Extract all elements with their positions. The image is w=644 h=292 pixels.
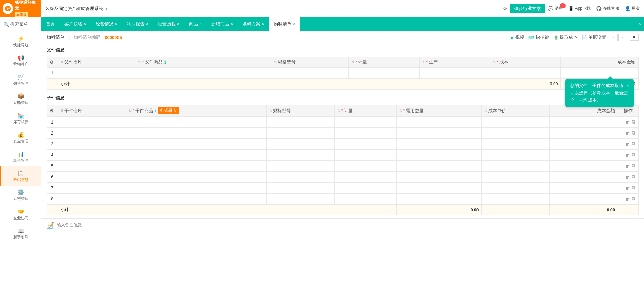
delete-row-button[interactable]: 🗑 — [625, 141, 630, 147]
sidebar-item-inventory[interactable]: 🏪 库存核算 — [0, 109, 41, 128]
tab-close-history[interactable]: × — [177, 22, 179, 26]
tab-profit[interactable]: 利润报告 × — [122, 17, 153, 31]
tab-close-new-goods[interactable]: × — [231, 22, 233, 26]
sidebar-item-operations[interactable]: 📊 经营管理 — [0, 147, 41, 166]
user-menu[interactable]: 👤 用友 — [625, 5, 640, 11]
child-qty-cell[interactable] — [396, 194, 481, 205]
nav-next-btn[interactable]: › — [618, 34, 626, 41]
delete-row-button[interactable]: 🗑 — [625, 174, 630, 180]
video-action[interactable]: ▶ 视频 — [511, 34, 524, 40]
copy-row-button[interactable]: ⧉ — [632, 119, 635, 125]
child-goods-cell[interactable] — [126, 117, 266, 128]
delete-row-button[interactable]: 🗑 — [625, 130, 630, 136]
parent-warehouse-cell[interactable] — [58, 68, 135, 79]
tab-history[interactable]: 经营历程 × — [153, 17, 184, 31]
child-unit-cost-cell[interactable] — [482, 117, 550, 128]
copy-row-button[interactable]: ⧉ — [632, 163, 635, 169]
child-spec-cell[interactable] — [266, 161, 334, 172]
settings-icon[interactable]: ⚙ — [503, 5, 507, 12]
sidebar-item-system[interactable]: ⚙️ 系统管理 — [0, 186, 41, 205]
child-warehouse-cell[interactable] — [58, 150, 126, 161]
child-qty-cell[interactable] — [396, 139, 481, 150]
child-unit-cost-cell[interactable] — [482, 183, 550, 194]
child-unit-cell[interactable] — [334, 139, 396, 150]
child-unit-cost-cell[interactable] — [482, 172, 550, 183]
sidebar-item-sales[interactable]: 🛒 销售管理 — [0, 70, 41, 90]
delete-row-button[interactable]: 🗑 — [625, 196, 630, 202]
copy-row-button[interactable]: ⧉ — [632, 196, 635, 202]
child-unit-cell[interactable] — [334, 150, 396, 161]
sidebar-item-basic-info[interactable]: 📋 基础信息 — [0, 166, 41, 186]
cost-action[interactable]: 💲 提取成本 — [553, 34, 578, 40]
parent-goods-cell[interactable] — [135, 68, 271, 79]
copy-row-button[interactable]: ⧉ — [632, 130, 635, 136]
tab-close-profit[interactable]: × — [146, 22, 148, 26]
child-goods-cell[interactable] — [126, 150, 266, 161]
child-unit-cost-cell[interactable] — [482, 150, 550, 161]
copy-row-button[interactable]: ⧉ — [632, 174, 635, 180]
shortcut-action[interactable]: ⌨ 快捷键 — [528, 34, 549, 40]
tab-close-barcode[interactable]: × — [262, 22, 264, 26]
tab-close-operations[interactable]: × — [115, 22, 117, 26]
child-qty-cell[interactable] — [396, 172, 481, 183]
sidebar-search-area[interactable]: 🔍 搜索菜单 — [0, 17, 41, 32]
child-qty-cell[interactable] — [396, 117, 481, 128]
child-spec-cell[interactable] — [266, 139, 334, 150]
child-warehouse-cell[interactable] — [58, 117, 126, 128]
copy-row-button[interactable]: ⧉ — [632, 152, 635, 158]
child-spec-cell[interactable] — [266, 128, 334, 139]
child-warehouse-cell[interactable] — [58, 194, 126, 205]
sidebar-item-enterprise[interactable]: 🤝 企业协同 — [0, 205, 41, 224]
child-unit-cost-cell[interactable] — [482, 161, 550, 172]
sidebar-item-purchase[interactable]: 📦 采购管理 — [0, 90, 41, 109]
remark-input[interactable] — [57, 223, 639, 227]
delete-row-button[interactable]: 🗑 — [625, 119, 630, 125]
child-warehouse-cell[interactable] — [58, 128, 126, 139]
trial-button[interactable]: 体验行业方案 — [510, 4, 545, 13]
child-spec-cell[interactable] — [266, 117, 334, 128]
copy-row-button[interactable]: ⧉ — [632, 185, 635, 191]
child-unit-cell[interactable] — [334, 161, 396, 172]
doc-settings-action[interactable]: 📄 单据设置 — [582, 34, 606, 40]
child-warehouse-cell[interactable] — [58, 139, 126, 150]
child-unit-cost-cell[interactable] — [482, 194, 550, 205]
child-unit-cell[interactable] — [334, 172, 396, 183]
parent-produce-cell[interactable] — [419, 68, 490, 79]
parent-unit-cell[interactable] — [349, 68, 419, 79]
tooltip-close-button[interactable]: × — [626, 82, 629, 90]
tab-home[interactable]: 首页 — [41, 17, 60, 31]
child-warehouse-cell[interactable] — [58, 161, 126, 172]
child-qty-cell[interactable] — [396, 128, 481, 139]
child-spec-cell[interactable] — [266, 150, 334, 161]
tab-close-goods[interactable]: × — [199, 22, 202, 26]
child-goods-cell[interactable] — [126, 128, 266, 139]
child-settings-gear-icon[interactable]: ⚙ — [50, 108, 54, 113]
nav-prev-btn[interactable]: ‹ — [610, 34, 618, 41]
delete-row-button[interactable]: 🗑 — [625, 185, 630, 191]
child-goods-cell[interactable] — [126, 139, 266, 150]
child-unit-cell[interactable] — [334, 183, 396, 194]
sidebar-item-marketing[interactable]: 📢 营销推广 — [0, 51, 41, 70]
child-goods-cell[interactable] — [126, 172, 266, 183]
tab-close-bom[interactable]: × — [293, 22, 295, 26]
child-warehouse-cell[interactable] — [58, 172, 126, 183]
search-menu-button[interactable]: 🔍 搜索菜单 — [2, 20, 39, 29]
message-button[interactable]: 💬 消息 6 — [548, 5, 563, 11]
tab-close-customer[interactable]: × — [84, 22, 86, 26]
child-spec-cell[interactable] — [266, 183, 334, 194]
app-download-button[interactable]: 📱 App下载 — [568, 5, 591, 11]
child-goods-cell[interactable] — [126, 161, 266, 172]
sidebar-item-quick-nav[interactable]: ⚡ 快捷导航 — [0, 32, 41, 51]
child-spec-cell[interactable] — [266, 194, 334, 205]
delete-row-button[interactable]: 🗑 — [625, 152, 630, 158]
parent-cost-cell[interactable] — [490, 68, 561, 79]
system-title-dropdown[interactable]: 装备及固定资产辅助管理系统 ▼ — [45, 5, 500, 12]
child-unit-cost-cell[interactable] — [482, 128, 550, 139]
child-unit-cell[interactable] — [334, 117, 396, 128]
tab-goods[interactable]: 商品 × — [184, 17, 207, 31]
child-goods-cell[interactable] — [126, 194, 266, 205]
tab-new-goods[interactable]: 新增商品 × — [207, 17, 238, 31]
scan-button[interactable]: 扫码录入 — [158, 107, 179, 114]
sidebar-item-finance[interactable]: 💰 资金管理 — [0, 128, 41, 147]
tab-bom[interactable]: 物料清单 × — [269, 17, 300, 31]
